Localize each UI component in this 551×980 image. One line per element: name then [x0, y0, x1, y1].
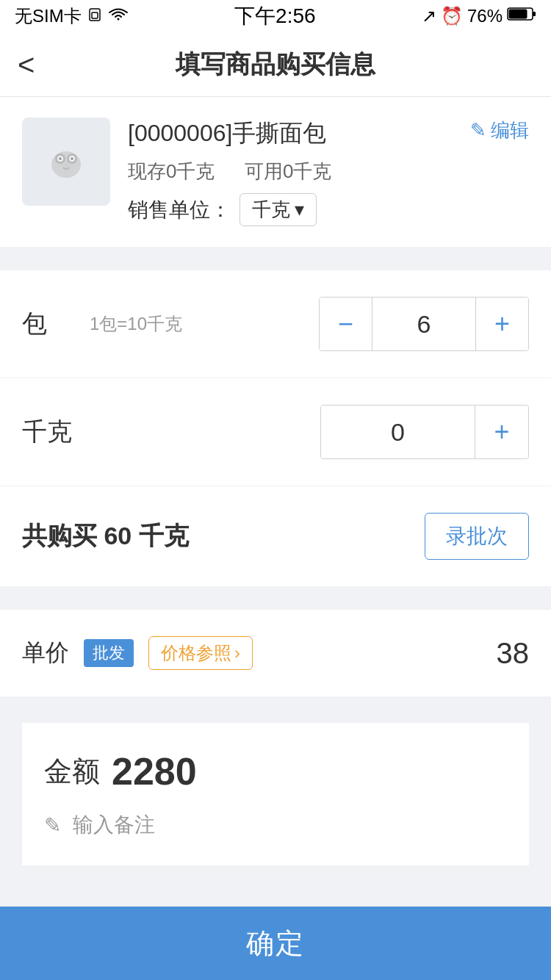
kg-input[interactable] — [321, 406, 475, 458]
kg-plus-button[interactable]: + — [475, 406, 528, 458]
svg-point-11 — [71, 157, 73, 160]
wifi-icon — [108, 6, 129, 26]
product-unit-row: 销售单位： 千克 ▾ — [128, 193, 529, 226]
unit-label: 销售单位： — [128, 196, 231, 224]
amount-value: 2280 — [112, 749, 197, 793]
product-thumbnail — [22, 118, 110, 206]
remark-placeholder: 输入备注 — [73, 811, 155, 839]
summary-amount: 60 — [104, 522, 132, 550]
price-tag: 批发 — [84, 639, 134, 667]
divider-2 — [0, 598, 551, 610]
price-section: 单价 批发 价格参照 › 38 — [0, 610, 551, 696]
product-stock: 现存0千克 可用0千克 — [128, 159, 529, 184]
svg-rect-4 — [509, 10, 527, 19]
product-card: [0000006]手撕面包 现存0千克 可用0千克 销售单位： 千克 ▾ — [0, 97, 551, 247]
product-name: [0000006]手撕面包 — [128, 118, 529, 150]
batch-button[interactable]: 录批次 — [425, 513, 529, 560]
available-text: 可用0千克 — [245, 160, 331, 182]
battery-icon — [507, 6, 536, 26]
edit-button[interactable]: ✎ 编辑 — [470, 118, 529, 143]
unit-select[interactable]: 千克 ▾ — [240, 193, 317, 226]
edit-icon: ✎ — [470, 119, 486, 142]
price-label: 单价 — [22, 637, 69, 669]
page-wrapper: 无SIM卡 下午2:56 ↗ ⏰ 76% — [0, 0, 551, 980]
chevron-right-icon: › — [234, 643, 240, 663]
quantity-section: 包 1包=10千克 − + 千克 — [0, 270, 551, 486]
remark-row[interactable]: ✎ 输入备注 — [44, 811, 507, 865]
location-icon: ↗ — [422, 6, 436, 26]
summary-text: 共购买 60 千克 — [22, 519, 189, 553]
pack-label: 包 — [22, 307, 81, 341]
kg-label: 千克 — [22, 415, 81, 449]
pack-hint: 1包=10千克 — [90, 312, 319, 336]
svg-rect-3 — [533, 12, 536, 16]
amount-label: 金额 — [44, 753, 100, 790]
pack-minus-button[interactable]: − — [320, 298, 372, 350]
price-ref-button[interactable]: 价格参照 › — [148, 636, 253, 670]
confirm-button[interactable]: 确定 — [0, 907, 551, 980]
chevron-down-icon: ▾ — [295, 198, 304, 221]
page-title: 填写商品购买信息 — [176, 48, 375, 82]
status-bar: 无SIM卡 下午2:56 ↗ ⏰ 76% — [0, 0, 551, 32]
status-right: ↗ ⏰ 76% — [422, 6, 536, 26]
price-value: 38 — [497, 637, 530, 670]
product-info: [0000006]手撕面包 现存0千克 可用0千克 销售单位： 千克 ▾ — [128, 118, 529, 226]
stock-text: 现存0千克 — [128, 160, 215, 182]
amount-row: 金额 2280 — [44, 749, 507, 793]
summary-row: 共购买 60 千克 录批次 — [0, 486, 551, 586]
divider-1 — [0, 259, 551, 270]
battery-text: 76% — [467, 6, 503, 26]
svg-rect-1 — [92, 12, 98, 18]
status-time: 下午2:56 — [234, 2, 316, 30]
carrier-text: 无SIM卡 — [15, 4, 82, 28]
pack-plus-button[interactable]: + — [475, 298, 528, 350]
amount-section: 金额 2280 ✎ 输入备注 — [0, 696, 551, 865]
svg-point-10 — [59, 157, 62, 160]
nav-bar: < 填写商品购买信息 — [0, 32, 551, 97]
alarm-icon: ⏰ — [441, 6, 463, 26]
sim-icon — [87, 6, 102, 26]
kg-controls: + — [320, 405, 529, 459]
kg-quantity-row: 千克 + — [0, 378, 551, 486]
content-area: [0000006]手撕面包 现存0千克 可用0千克 销售单位： 千克 ▾ — [0, 97, 551, 980]
status-left: 无SIM卡 — [15, 4, 129, 28]
pack-controls: − + — [319, 297, 529, 351]
pack-quantity-row: 包 1包=10千克 − + — [0, 270, 551, 378]
pencil-icon: ✎ — [44, 813, 61, 837]
back-button[interactable]: < — [18, 50, 35, 79]
pack-input[interactable] — [372, 298, 475, 350]
